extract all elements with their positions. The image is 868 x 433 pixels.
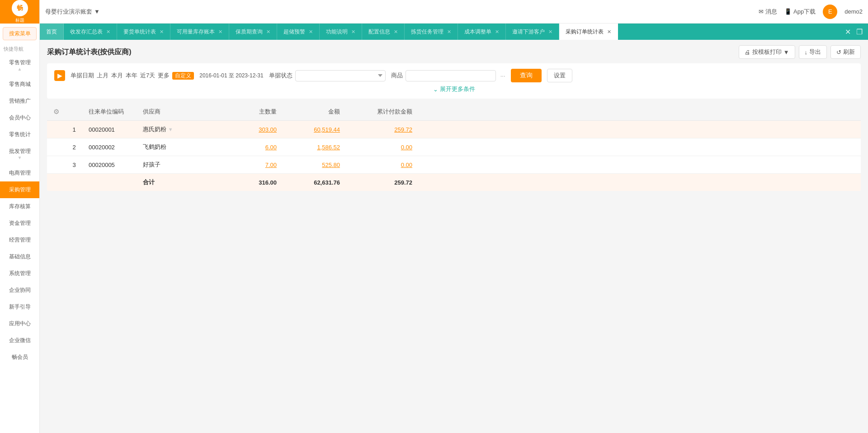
col-header-amount: 金额 bbox=[282, 103, 345, 121]
topbar-left: 母婴行业演示账套 ▼ bbox=[45, 8, 100, 16]
username-label[interactable]: demo2 bbox=[844, 8, 863, 15]
row3-extra bbox=[418, 156, 861, 174]
col-header-qty: 主数量 bbox=[228, 103, 282, 121]
app-download-button[interactable]: 📱 App下载 bbox=[784, 8, 816, 16]
expand-filter-button[interactable]: ⌄ 展开更多条件 bbox=[433, 85, 475, 93]
message-button[interactable]: ✉ 消息 bbox=[759, 8, 777, 16]
sidebar-item-member[interactable]: 会员中心 bbox=[0, 109, 39, 126]
quick-nav-label: 快捷导航 bbox=[0, 44, 39, 54]
sidebar-item-enterprise[interactable]: 企业协同 bbox=[0, 282, 39, 299]
sidebar-item-inventory[interactable]: 库存核算 bbox=[0, 198, 39, 215]
row1-paid[interactable]: 259.72 bbox=[345, 121, 418, 138]
finance-label: 资金管理 bbox=[9, 219, 31, 227]
refresh-label: 刷新 bbox=[843, 48, 855, 56]
purchase-label: 采购管理 bbox=[9, 186, 31, 194]
row1-extra bbox=[418, 121, 861, 138]
sidebar-item-operations[interactable]: 经营管理 bbox=[0, 232, 39, 248]
row1-qty[interactable]: 303.00 bbox=[228, 121, 282, 138]
tab-invite-close-icon[interactable]: ✕ bbox=[548, 29, 552, 35]
row1-amount[interactable]: 60,519.44 bbox=[282, 121, 345, 138]
sidebar-item-system[interactable]: 系统管理 bbox=[0, 265, 39, 282]
tab-inventory-close-icon[interactable]: ✕ bbox=[218, 29, 222, 35]
sidebar-item-retail[interactable]: 零售管理 ▲ bbox=[0, 54, 39, 76]
sidebar-item-ecommerce[interactable]: 电商管理 bbox=[0, 165, 39, 181]
tab-inventory-ledger[interactable]: 可用量库存账本 ✕ bbox=[170, 24, 229, 40]
row2-qty[interactable]: 6.00 bbox=[228, 138, 282, 156]
data-table: ⚙ 往来单位编码 供应商 主数量 金额 bbox=[47, 103, 861, 191]
tab-expiry[interactable]: 保质期查询 ✕ bbox=[229, 24, 277, 40]
tab-over-stock[interactable]: 超储预警 ✕ bbox=[277, 24, 320, 40]
tab-close-all-button[interactable]: ✕ bbox=[843, 27, 853, 37]
tab-invite-client[interactable]: 邀请下游客户 ✕ bbox=[506, 24, 559, 40]
tab-restore-button[interactable]: ❐ bbox=[854, 27, 864, 37]
date-this-year[interactable]: 本年 bbox=[126, 71, 137, 80]
status-select[interactable] bbox=[295, 70, 386, 81]
sidebar-item-finance[interactable]: 资金管理 bbox=[0, 215, 39, 232]
refresh-icon: ↺ bbox=[836, 49, 841, 56]
search-menu-button[interactable]: 搜索菜单 bbox=[3, 27, 37, 40]
status-label: 单据状态 bbox=[269, 71, 292, 80]
sidebar-item-retail-shop[interactable]: 零售商城 bbox=[0, 76, 39, 93]
tab-purchase-stats[interactable]: 采购订单统计表 ✕ bbox=[559, 24, 618, 40]
row3-amount[interactable]: 525.80 bbox=[282, 156, 345, 174]
sidebar-item-newbie[interactable]: 新手引导 bbox=[0, 299, 39, 315]
tab-pick-task[interactable]: 拣货任务管理 ✕ bbox=[405, 24, 458, 40]
settings-button[interactable]: 设置 bbox=[547, 69, 572, 82]
sidebar-item-vip[interactable]: 畅会员 bbox=[0, 349, 39, 366]
account-dropdown[interactable]: 母婴行业演示账套 ▼ bbox=[45, 8, 100, 16]
sidebar-item-retail-stats[interactable]: 零售统计 bbox=[0, 126, 39, 143]
search-button[interactable]: 查询 bbox=[511, 69, 542, 82]
page-actions: 🖨 按模板打印 ▼ ↓ 导出 ↺ 刷新 bbox=[739, 45, 861, 59]
tab-expiry-close-icon[interactable]: ✕ bbox=[266, 29, 270, 35]
sidebar-item-wholesale[interactable]: 批发管理 ▼ bbox=[0, 143, 39, 165]
row3-paid[interactable]: 0.00 bbox=[345, 156, 418, 174]
tab-inventory-label: 可用量库存账本 bbox=[177, 28, 215, 36]
row2-paid[interactable]: 0.00 bbox=[345, 138, 418, 156]
tab-invite-label: 邀请下游客户 bbox=[512, 28, 545, 36]
gear-icon[interactable]: ⚙ bbox=[53, 108, 59, 115]
avatar[interactable]: E bbox=[823, 5, 837, 19]
date-last-month[interactable]: 上月 bbox=[97, 71, 108, 80]
row3-qty[interactable]: 7.00 bbox=[228, 156, 282, 174]
table-body: 1 00020001 惠氏奶粉 ▼ 303.00 60,519.44 259.7… bbox=[47, 121, 861, 174]
date-more[interactable]: 更多 bbox=[158, 71, 170, 80]
refresh-button[interactable]: ↺ 刷新 bbox=[830, 45, 861, 59]
row2-extra bbox=[418, 138, 861, 156]
tab-pick-close-icon[interactable]: ✕ bbox=[447, 29, 451, 35]
col-header-supplier: 供应商 bbox=[137, 103, 228, 121]
sidebar-item-wechat[interactable]: 企业微信 bbox=[0, 332, 39, 349]
wholesale-label: 批发管理 bbox=[9, 148, 31, 155]
sidebar-item-purchase[interactable]: 采购管理 bbox=[0, 181, 39, 198]
sidebar-item-app-center[interactable]: 应用中心 bbox=[0, 315, 39, 332]
footer-extra bbox=[418, 174, 861, 191]
enterprise-label: 企业协同 bbox=[9, 286, 31, 294]
date-7days[interactable]: 近7天 bbox=[140, 71, 155, 80]
tab-cost-adjust[interactable]: 成本调整单 ✕ bbox=[458, 24, 506, 40]
tab-expiry-label: 保质期查询 bbox=[236, 28, 263, 36]
export-button[interactable]: ↓ 导出 bbox=[799, 45, 827, 59]
tab-overstock-close-icon[interactable]: ✕ bbox=[309, 29, 313, 35]
tab-function-desc[interactable]: 功能说明 ✕ bbox=[320, 24, 362, 40]
goods-more-icon[interactable]: ··· bbox=[500, 72, 505, 79]
tab-config-close-icon[interactable]: ✕ bbox=[394, 29, 398, 35]
filter-toggle-button[interactable]: ▶ bbox=[54, 70, 65, 81]
tab-goods-stats[interactable]: 要货单统计表 ✕ bbox=[117, 24, 170, 40]
date-custom-badge[interactable]: 自定义 bbox=[172, 72, 194, 80]
topbar: 母婴行业演示账套 ▼ ✉ 消息 📱 App下载 E demo2 bbox=[40, 0, 868, 24]
goods-input[interactable] bbox=[406, 70, 496, 81]
sidebar-item-basic[interactable]: 基础信息 bbox=[0, 248, 39, 265]
tab-config-info[interactable]: 配置信息 ✕ bbox=[362, 24, 405, 40]
sidebar-item-marketing[interactable]: 营销推广 bbox=[0, 93, 39, 109]
tab-receive-close-icon[interactable]: ✕ bbox=[106, 29, 110, 35]
date-this-month[interactable]: 本月 bbox=[111, 71, 123, 80]
tab-cost-close-icon[interactable]: ✕ bbox=[495, 29, 499, 35]
tab-func-close-icon[interactable]: ✕ bbox=[351, 29, 355, 35]
row2-amount[interactable]: 1,586.52 bbox=[282, 138, 345, 156]
tab-purchase-stats-close-icon[interactable]: ✕ bbox=[607, 29, 611, 35]
tab-home[interactable]: 首页 bbox=[40, 24, 64, 40]
print-button[interactable]: 🖨 按模板打印 ▼ bbox=[739, 45, 795, 59]
tab-receive-summary[interactable]: 收发存汇总表 ✕ bbox=[64, 24, 117, 40]
tab-overstock-label: 超储预警 bbox=[283, 28, 305, 36]
sidebar: 畅 标题 搜索菜单 快捷导航 零售管理 ▲ 零售商城 营销推广 会员中心 零售统… bbox=[0, 0, 40, 433]
tab-goods-close-icon[interactable]: ✕ bbox=[160, 29, 164, 35]
